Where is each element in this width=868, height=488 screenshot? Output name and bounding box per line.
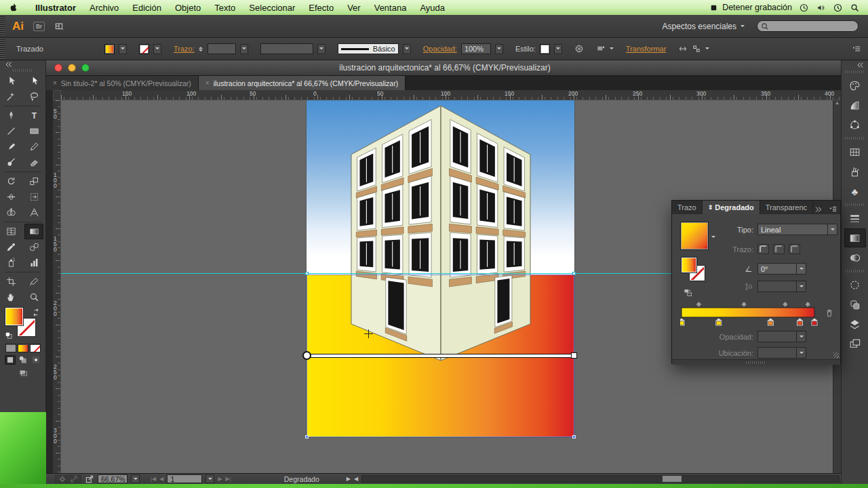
zoom-level-field[interactable]: 66,67% bbox=[98, 474, 127, 483]
eyedropper-tool[interactable] bbox=[2, 239, 21, 255]
gradient-midpoint[interactable] bbox=[696, 302, 701, 307]
close-tab-icon[interactable]: × bbox=[53, 79, 57, 87]
fill-indicator[interactable] bbox=[5, 308, 23, 325]
gradient-stop[interactable] bbox=[811, 318, 818, 326]
gradient-type-select[interactable]: Lineal bbox=[757, 224, 837, 235]
profile-dropdown[interactable] bbox=[317, 44, 326, 54]
dock-transparency-panel[interactable] bbox=[844, 248, 866, 267]
slice-tool[interactable] bbox=[24, 274, 43, 289]
select-similar-dropdown[interactable] bbox=[610, 45, 614, 53]
close-window-button[interactable] bbox=[54, 64, 62, 72]
menu-archivo[interactable]: Archivo bbox=[83, 0, 125, 15]
selection-anchor[interactable] bbox=[572, 272, 576, 275]
panel-tab-trazo[interactable]: Trazo bbox=[672, 201, 703, 214]
menu-objeto[interactable]: Objeto bbox=[168, 0, 208, 15]
gradient-midpoint[interactable] bbox=[783, 302, 788, 307]
dock-kuler-panel[interactable] bbox=[844, 115, 866, 134]
free-transform-tool[interactable] bbox=[24, 189, 43, 205]
panel-cycle-icon[interactable]: ⇕ bbox=[708, 204, 713, 211]
workspace-switcher[interactable]: Aspectos esenciales bbox=[663, 22, 745, 31]
gradient-end-handle[interactable] bbox=[571, 352, 577, 359]
menu-ayuda[interactable]: Ayuda bbox=[413, 0, 452, 15]
stop-opacity-select[interactable] bbox=[757, 331, 806, 342]
distribute-icon[interactable] bbox=[692, 44, 701, 54]
pencil-tool[interactable] bbox=[24, 139, 43, 155]
default-fill-stroke-icon[interactable] bbox=[4, 331, 14, 340]
align-horizontal-icon[interactable] bbox=[678, 44, 688, 54]
lasso-tool[interactable] bbox=[24, 89, 43, 104]
menu-ver[interactable]: Ver bbox=[340, 0, 368, 15]
line-tool[interactable] bbox=[2, 123, 21, 139]
shape-builder-tool[interactable] bbox=[2, 205, 21, 220]
reverse-gradient-icon[interactable] bbox=[683, 287, 693, 298]
swap-fill-stroke-icon[interactable] bbox=[31, 308, 41, 317]
perspective-grid-tool[interactable] bbox=[24, 205, 43, 220]
stroke-color-swatch[interactable] bbox=[139, 44, 149, 54]
expand-dock-icon[interactable] bbox=[856, 62, 865, 68]
menu-texto[interactable]: Texto bbox=[208, 0, 242, 15]
pen-tool[interactable] bbox=[2, 108, 21, 123]
stroke-across-icon[interactable] bbox=[789, 244, 800, 254]
gradient-stop[interactable] bbox=[796, 318, 803, 326]
rectangle-tool[interactable] bbox=[24, 123, 43, 139]
stroke-panel-link[interactable]: Trazo: bbox=[174, 45, 195, 53]
dock-color-guide-panel[interactable] bbox=[844, 96, 866, 115]
transform-link[interactable]: Transformar bbox=[626, 45, 667, 53]
draw-normal-mode[interactable] bbox=[5, 355, 16, 365]
next-page-button[interactable]: ▶ bbox=[218, 476, 222, 482]
gradient-stop[interactable] bbox=[767, 318, 774, 326]
zoom-window-button[interactable] bbox=[81, 64, 90, 72]
selection-tool[interactable] bbox=[2, 73, 21, 89]
panel-menu-icon[interactable] bbox=[828, 205, 837, 214]
dock-gradient-panel[interactable] bbox=[844, 228, 866, 247]
dock-group-grip[interactable] bbox=[845, 203, 865, 206]
screen-mode-button[interactable] bbox=[18, 368, 28, 378]
style-swatch[interactable] bbox=[540, 44, 550, 54]
selection-anchor[interactable] bbox=[305, 435, 309, 439]
document-tab[interactable]: ×Sin titulo-2* al 50% (CMYK/Previsualiza… bbox=[46, 76, 199, 90]
gradient-stop[interactable] bbox=[715, 318, 722, 326]
menu-edición[interactable]: Edición bbox=[125, 0, 168, 15]
opacity-field[interactable]: 100% bbox=[461, 43, 491, 54]
stroke-along-icon[interactable] bbox=[773, 244, 785, 254]
rotate-tool[interactable] bbox=[2, 174, 21, 189]
stroke-width-field[interactable] bbox=[208, 43, 236, 54]
column-graph-tool[interactable] bbox=[24, 255, 43, 270]
export-icon[interactable] bbox=[85, 474, 94, 484]
first-page-button[interactable]: |◀ bbox=[151, 476, 156, 482]
draw-inside-mode[interactable] bbox=[31, 355, 41, 365]
color-button[interactable] bbox=[5, 344, 16, 352]
close-tab-icon[interactable]: × bbox=[205, 79, 210, 87]
status-menu-button[interactable]: ▶ bbox=[347, 476, 351, 482]
align-dropdown[interactable] bbox=[705, 45, 709, 53]
dock-stroke-panel[interactable] bbox=[844, 209, 866, 228]
gradient-slider[interactable] bbox=[680, 301, 820, 328]
opacity-dropdown[interactable] bbox=[495, 44, 503, 54]
clock-icon[interactable] bbox=[833, 3, 843, 13]
scale-tool[interactable] bbox=[24, 174, 43, 189]
scrollbar-thumb[interactable] bbox=[663, 476, 682, 482]
blend-tool[interactable] bbox=[24, 239, 43, 255]
stroke-width-stepper[interactable] bbox=[199, 45, 203, 54]
hand-tool[interactable] bbox=[2, 289, 21, 305]
gradient-bar[interactable] bbox=[682, 308, 814, 317]
horizontal-scrollbar[interactable] bbox=[361, 475, 840, 483]
zoom-dropdown[interactable] bbox=[131, 474, 140, 483]
artboard-dropdown[interactable] bbox=[205, 474, 214, 483]
stroke-width-dropdown[interactable] bbox=[240, 44, 248, 54]
panel-drag-grip[interactable] bbox=[746, 361, 766, 364]
zoom-tool[interactable] bbox=[24, 289, 43, 305]
ruler-origin-box[interactable] bbox=[53, 90, 61, 100]
spotlight-icon[interactable] bbox=[850, 3, 860, 13]
bridge-button[interactable]: Br bbox=[33, 22, 45, 31]
select-similar-icon[interactable] bbox=[596, 44, 606, 54]
dock-swatches-panel[interactable] bbox=[844, 142, 866, 161]
gradient-stop[interactable] bbox=[680, 318, 685, 326]
dock-group-grip[interactable] bbox=[845, 70, 865, 73]
artboard-tool[interactable] bbox=[2, 274, 21, 289]
magic-wand-tool[interactable] bbox=[2, 89, 21, 104]
brush-dropdown[interactable] bbox=[403, 44, 411, 54]
stroke-dropdown-button[interactable] bbox=[153, 44, 161, 54]
horizontal-ruler[interactable]: 15010050050100150200250300350400 bbox=[61, 90, 841, 100]
stroke-within-icon[interactable] bbox=[757, 244, 769, 254]
